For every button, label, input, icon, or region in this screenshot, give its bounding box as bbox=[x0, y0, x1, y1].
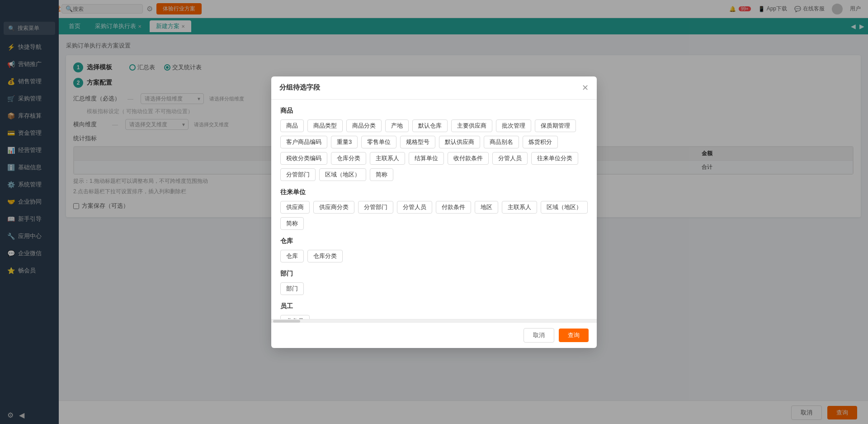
field-tag-main-contact-partner[interactable]: 主联系人 bbox=[502, 201, 537, 214]
modal-body: 商品 商品 商品类型 商品分类 产地 默认仓库 主要供应商 批次管理 保质期管理… bbox=[271, 100, 597, 319]
modal-header: 分组待选字段 ✕ bbox=[271, 76, 597, 100]
field-tag-goods-type[interactable]: 商品类型 bbox=[307, 119, 343, 132]
field-tag-payment-terms[interactable]: 收付款条件 bbox=[448, 152, 489, 165]
field-tag-default-warehouse[interactable]: 默认仓库 bbox=[412, 119, 448, 132]
field-tag-region-goods[interactable]: 区域（地区） bbox=[319, 168, 366, 181]
field-tag-tax-code[interactable]: 税收分类编码 bbox=[280, 152, 327, 165]
field-tag-smelting-points[interactable]: 炼货积分 bbox=[523, 136, 558, 148]
field-tag-supplier-category[interactable]: 供应商分类 bbox=[313, 201, 354, 214]
field-tag-customer-code[interactable]: 客户商品编码 bbox=[280, 136, 327, 148]
field-tags-warehouse: 仓库 仓库分类 bbox=[280, 250, 588, 262]
field-tag-payment-cond-partner[interactable]: 付款条件 bbox=[436, 201, 471, 214]
field-tag-goods-alias[interactable]: 商品别名 bbox=[484, 136, 519, 148]
field-tag-department[interactable]: 部门 bbox=[280, 282, 304, 295]
field-group-goods: 商品 商品 商品类型 商品分类 产地 默认仓库 主要供应商 批次管理 保质期管理… bbox=[280, 107, 588, 181]
field-group-employee: 员工 业务员 bbox=[280, 302, 588, 319]
field-tag-manager[interactable]: 分管人员 bbox=[492, 152, 528, 165]
field-tags-partner: 供应商 供应商分类 分管部门 分管人员 付款条件 地区 主联系人 区域（地区） … bbox=[280, 201, 588, 230]
field-tag-supplier[interactable]: 供应商 bbox=[280, 201, 310, 214]
field-group-partner-title: 往来单位 bbox=[280, 188, 588, 196]
field-tag-short-name-goods[interactable]: 简称 bbox=[370, 168, 393, 181]
modal-title: 分组待选字段 bbox=[279, 83, 320, 92]
field-tag-goods[interactable]: 商品 bbox=[280, 119, 304, 132]
field-tag-manage-dept[interactable]: 分管部门 bbox=[280, 168, 316, 181]
field-tag-salesperson[interactable]: 业务员 bbox=[280, 315, 310, 319]
field-selector-modal: 分组待选字段 ✕ 商品 商品 商品类型 商品分类 产地 默认仓库 主要供应商 批… bbox=[271, 76, 597, 348]
field-tag-warehouse-category[interactable]: 仓库分类 bbox=[331, 152, 366, 165]
field-group-goods-title: 商品 bbox=[280, 107, 588, 115]
field-tag-warehouse-cat[interactable]: 仓库分类 bbox=[307, 250, 343, 262]
field-tag-goods-category[interactable]: 商品分类 bbox=[346, 119, 382, 132]
hscroll-thumb[interactable] bbox=[273, 320, 300, 323]
modal-confirm-button[interactable]: 查询 bbox=[559, 329, 589, 342]
field-tag-manage-person-partner[interactable]: 分管人员 bbox=[397, 201, 432, 214]
field-tag-weight3[interactable]: 重量3 bbox=[331, 136, 358, 148]
field-tag-manage-dept-partner[interactable]: 分管部门 bbox=[358, 201, 393, 214]
field-tag-expiry-manage[interactable]: 保质期管理 bbox=[535, 119, 576, 132]
field-tags-department: 部门 bbox=[280, 282, 588, 295]
field-group-warehouse: 仓库 仓库 仓库分类 bbox=[280, 237, 588, 262]
field-group-department-title: 部门 bbox=[280, 270, 588, 278]
modal-footer: 取消 查询 bbox=[271, 322, 597, 348]
field-tag-warehouse[interactable]: 仓库 bbox=[280, 250, 304, 262]
field-tag-main-supplier[interactable]: 主要供应商 bbox=[451, 119, 492, 132]
modal-hscrollbar bbox=[271, 319, 597, 322]
field-tag-region-partner[interactable]: 地区 bbox=[475, 201, 498, 214]
modal-cancel-button[interactable]: 取消 bbox=[524, 328, 554, 343]
field-tag-short-name-partner[interactable]: 简称 bbox=[280, 217, 304, 230]
field-group-employee-title: 员工 bbox=[280, 302, 588, 310]
field-tags-employee: 业务员 bbox=[280, 315, 588, 319]
field-tag-area-partner[interactable]: 区域（地区） bbox=[541, 201, 588, 214]
field-tag-default-supplier[interactable]: 默认供应商 bbox=[439, 136, 480, 148]
field-group-partner: 往来单位 供应商 供应商分类 分管部门 分管人员 付款条件 地区 主联系人 区域… bbox=[280, 188, 588, 230]
field-group-department: 部门 部门 bbox=[280, 270, 588, 295]
field-tag-unit-category[interactable]: 往来单位分类 bbox=[531, 152, 578, 165]
modal-close-button[interactable]: ✕ bbox=[582, 83, 589, 93]
field-tag-retail-unit[interactable]: 零售单位 bbox=[361, 136, 396, 148]
field-tag-spec-model[interactable]: 规格型号 bbox=[400, 136, 435, 148]
field-group-warehouse-title: 仓库 bbox=[280, 237, 588, 245]
field-tag-origin[interactable]: 产地 bbox=[385, 119, 409, 132]
modal-overlay: 分组待选字段 ✕ 商品 商品 商品类型 商品分类 产地 默认仓库 主要供应商 批… bbox=[0, 0, 868, 424]
field-tag-batch-manage[interactable]: 批次管理 bbox=[496, 119, 531, 132]
field-tag-settlement-unit[interactable]: 结算单位 bbox=[409, 152, 444, 165]
field-tag-main-contact[interactable]: 主联系人 bbox=[370, 152, 405, 165]
field-tags-goods: 商品 商品类型 商品分类 产地 默认仓库 主要供应商 批次管理 保质期管理 客户… bbox=[280, 119, 588, 181]
